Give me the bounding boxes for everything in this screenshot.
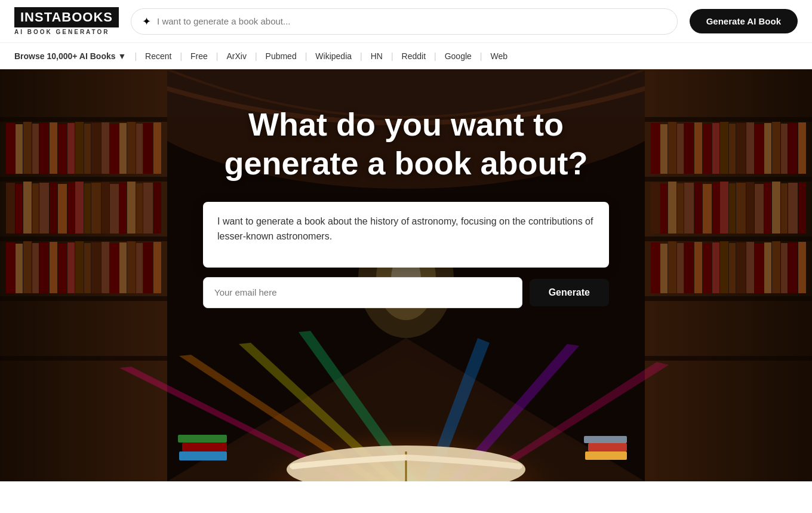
nav-item-pubmed[interactable]: Pubmed [259,43,304,69]
nav-divider: | [433,51,438,61]
sparkle-icon: ✦ [142,15,151,28]
nav-item-arxiv[interactable]: ArXiv [219,43,253,69]
nav-item-web[interactable]: Web [483,43,515,69]
hero-section: What do you want to generate a book abou… [0,69,812,481]
nav-item-hn[interactable]: HN [364,43,390,69]
hero-title: What do you want to generate a book abou… [197,105,615,183]
nav-divider: | [304,51,309,61]
svg-rect-135 [584,436,627,443]
svg-rect-133 [585,451,627,460]
nav-divider: | [215,51,220,61]
prompt-text: I want to generate a book about the hist… [217,216,593,242]
svg-rect-131 [182,443,227,451]
nav-divider: | [359,51,364,61]
header: INSTABOOKS AI BOOK GENERATOR ✦ Generate … [0,0,812,43]
nav-divider: | [479,51,484,61]
generate-button[interactable]: Generate [530,279,609,306]
nav-item-free[interactable]: Free [183,43,215,69]
nav-divider: | [254,51,259,61]
logo-subtitle: AI BOOK GENERATOR [14,29,110,35]
nav-item-google[interactable]: Google [438,43,479,69]
nav: Browse 10,000+ AI Books ▼ | Recent | Fre… [0,43,812,69]
svg-rect-130 [179,451,227,460]
email-input[interactable] [203,277,522,308]
nav-item-wikipedia[interactable]: Wikipedia [308,43,359,69]
hero-content: What do you want to generate a book abou… [0,105,812,308]
search-input[interactable] [157,16,666,26]
nav-divider: | [390,51,395,61]
logo[interactable]: INSTABOOKS AI BOOK GENERATOR [14,7,119,35]
nav-divider: | [133,51,138,61]
nav-item-reddit[interactable]: Reddit [395,43,433,69]
nav-item-recent[interactable]: Recent [138,43,179,69]
nav-divider: | [179,51,183,61]
logo-title: INSTABOOKS [14,7,119,27]
search-bar: ✦ [131,8,678,35]
book-prompt-box[interactable]: I want to generate a book about the hist… [203,202,609,268]
svg-rect-134 [588,443,627,451]
generate-ai-book-button[interactable]: Generate AI Book [690,9,798,33]
hero-bottom-row: Generate [203,277,609,308]
svg-rect-132 [178,435,227,443]
browse-books-nav-item[interactable]: Browse 10,000+ AI Books ▼ [14,43,133,69]
